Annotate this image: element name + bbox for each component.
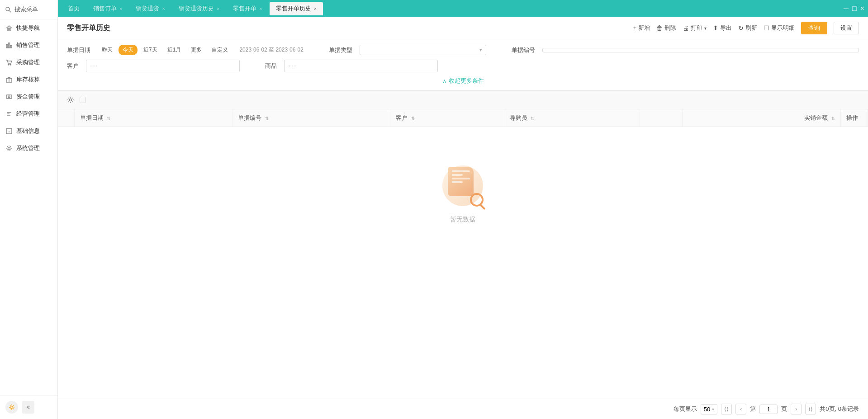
th-guide[interactable]: 导购员 ⇅ (504, 109, 640, 127)
window-minimize[interactable]: ─ (844, 5, 849, 13)
settings-icon (5, 145, 13, 152)
magnifier-icon (470, 193, 484, 207)
svg-point-7 (8, 64, 9, 65)
sidebar-item-finance[interactable]: 资金管理 (0, 88, 57, 105)
select-all-checkbox[interactable] (80, 97, 86, 103)
date-btn-7days[interactable]: 近7天 (139, 45, 161, 55)
tab-sales-order[interactable]: 销售订单 × (87, 2, 128, 15)
sidebar-search[interactable]: 搜索采单 (0, 0, 57, 19)
display-detail-button[interactable]: ☐ 显示明细 (764, 24, 795, 32)
customer-input[interactable]: ··· (86, 60, 240, 72)
header-actions: + 新增 🗑 删除 🖨 打印 ▾ ⬆ 导出 ↻ 刷新 ☐ 显示明细 (633, 22, 859, 34)
goods-filter-label: 商品 (265, 62, 277, 70)
date-btn-1month[interactable]: 近1月 (163, 45, 185, 55)
tab-sales-return-close[interactable]: × (162, 6, 165, 11)
per-page-select[interactable]: 50 ▾ (701, 404, 717, 414)
print-dropdown-icon[interactable]: ▾ (704, 26, 707, 31)
date-btn-custom[interactable]: 自定义 (208, 45, 232, 55)
sidebar-item-inventory[interactable]: 库存核算 (0, 71, 57, 88)
sidebar-item-label: 基础信息 (16, 127, 40, 135)
first-page-button[interactable]: ⟨⟨ (721, 404, 732, 414)
sidebar-item-quick-nav[interactable]: 快捷导航 (0, 19, 57, 37)
th-amount[interactable]: 实销金额 ⇅ (683, 109, 841, 127)
doc-line-2 (452, 174, 463, 176)
refresh-icon: ↻ (738, 24, 744, 32)
sort-customer-icon[interactable]: ⇅ (411, 116, 415, 121)
type-filter-label: 单据类型 (329, 46, 352, 54)
add-button[interactable]: + 新增 (633, 24, 650, 32)
tab-sales-return-history-label: 销货退货历史 (179, 5, 214, 13)
home-icon (5, 24, 13, 32)
sidebar-item-sales-mgmt[interactable]: 销售管理 (0, 37, 57, 54)
doc-line-3 (452, 178, 470, 179)
tab-retail-open-close[interactable]: × (259, 6, 262, 11)
date-btn-today[interactable]: 今天 (119, 45, 138, 55)
tab-sales-return[interactable]: 销货退货 × (129, 2, 171, 15)
svg-point-0 (6, 7, 9, 11)
sidebar-item-purchase-mgmt[interactable]: 采购管理 (0, 54, 57, 71)
sort-guide-icon[interactable]: ⇅ (531, 116, 534, 121)
print-button[interactable]: 🖨 打印 ▾ (683, 24, 707, 32)
th-customer[interactable]: 客户 ⇅ (390, 109, 504, 127)
total-info: 共0页, 0条记录 (820, 405, 859, 413)
svg-point-18 (70, 99, 72, 101)
th-number[interactable]: 单据编号 ⇅ (232, 109, 390, 127)
sort-amount-icon[interactable]: ⇅ (831, 116, 835, 121)
tab-retail-open-history[interactable]: 零售开单历史 × (270, 2, 323, 15)
doc-line-1 (452, 170, 470, 172)
date-btn-more[interactable]: 更多 (187, 45, 206, 55)
page-header: 零售开单历史 + 新增 🗑 删除 🖨 打印 ▾ ⬆ 导出 ↻ 刷新 (58, 17, 868, 39)
last-page-button[interactable]: ⟩⟩ (805, 404, 816, 414)
th-date[interactable]: 单据日期 ⇅ (74, 109, 232, 127)
cart-icon (5, 59, 13, 66)
date-btn-yesterday[interactable]: 昨天 (98, 45, 117, 55)
collapse-conditions[interactable]: ∧ 收起更多条件 (67, 77, 859, 85)
tabbar: 首页 销售订单 × 销货退货 × 销货退货历史 × 零售开单 × 零售开单历史 … (58, 0, 868, 17)
table-settings-icon[interactable] (65, 94, 76, 105)
tab-sales-return-history[interactable]: 销货退货历史 × (172, 2, 226, 15)
svg-rect-6 (10, 45, 12, 48)
sidebar-item-label: 库存核算 (16, 75, 40, 84)
type-select[interactable]: ▾ (360, 45, 486, 55)
table-wrapper: 单据日期 ⇅ 单据编号 ⇅ 客户 ⇅ 导购员 ⇅ (58, 109, 868, 399)
sidebar-item-label: 系统管理 (16, 144, 40, 152)
settings-button[interactable]: 设置 (834, 22, 859, 34)
tab-retail-open[interactable]: 零售开单 × (227, 2, 268, 15)
svg-point-8 (10, 64, 11, 65)
tab-retail-open-history-close[interactable]: × (314, 6, 317, 11)
goods-input[interactable]: ··· (284, 60, 438, 72)
next-page-button[interactable]: › (791, 404, 802, 414)
window-maximize[interactable]: □ (852, 5, 857, 13)
sidebar-item-label: 经营管理 (16, 110, 40, 118)
refresh-button[interactable]: ↻ 刷新 (738, 24, 757, 32)
delete-button[interactable]: 🗑 删除 (656, 24, 676, 32)
date-range: 2023-06-02 至 2023-06-02 (239, 46, 303, 54)
tab-home[interactable]: 首页 (62, 2, 86, 15)
sidebar-item-operation[interactable]: 经营管理 (0, 105, 57, 122)
prev-page-button[interactable]: ‹ (735, 404, 746, 414)
gear-button[interactable] (5, 401, 18, 414)
current-page-input[interactable] (759, 405, 778, 414)
per-page-label: 每页显示 (674, 405, 697, 413)
sort-date-icon[interactable]: ⇅ (107, 116, 110, 121)
sidebar-item-base-info[interactable]: 基础信息 (0, 122, 57, 140)
filter-row-1: 单据日期 昨天 今天 近7天 近1月 更多 自定义 2023-06-02 至 2… (67, 45, 859, 55)
svg-line-1 (9, 10, 11, 12)
number-input[interactable] (542, 48, 859, 52)
refresh-label: 刷新 (745, 24, 757, 32)
sidebar-item-label: 资金管理 (16, 93, 40, 101)
query-button[interactable]: 查询 (801, 22, 827, 34)
sort-number-icon[interactable]: ⇅ (265, 116, 269, 121)
tab-sales-order-label: 销售订单 (93, 5, 117, 13)
sidebar-item-label: 快捷导航 (16, 24, 40, 32)
print-icon: 🖨 (683, 24, 689, 32)
collapse-sidebar-button[interactable] (22, 401, 34, 414)
sidebar-item-sys-mgmt[interactable]: 系统管理 (0, 140, 57, 157)
svg-rect-2 (7, 28, 9, 30)
window-close[interactable]: × (860, 5, 864, 13)
tab-sales-return-history-close[interactable]: × (217, 6, 219, 11)
th-customer-label: 客户 (396, 114, 408, 121)
tab-sales-order-close[interactable]: × (119, 6, 122, 11)
export-button[interactable]: ⬆ 导出 (713, 24, 732, 32)
tabbar-right: ─ □ × (844, 5, 864, 13)
